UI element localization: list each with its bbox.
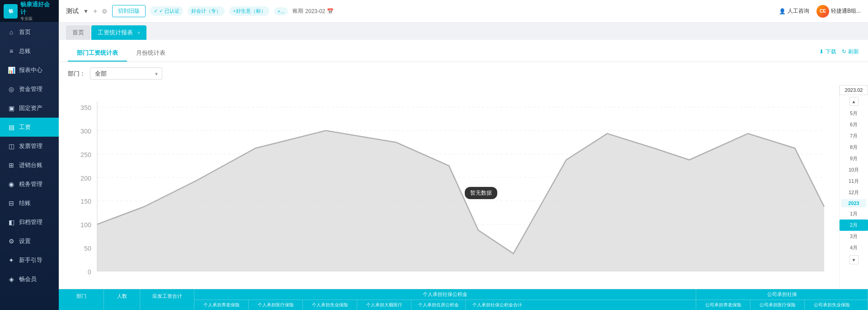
- member-icon: ◈: [7, 276, 15, 283]
- th-personal-housing: 个人承担住房公积金: [411, 300, 466, 310]
- sidebar-item-archive[interactable]: ◧ 归档管理: [0, 213, 59, 232]
- th-company-medical: 公司承担医疗保险: [750, 300, 805, 310]
- tab-salary[interactable]: 工资统计报表 ×: [91, 25, 146, 40]
- topbar-plus[interactable]: +: [93, 7, 97, 15]
- consult-icon: 👤: [779, 8, 786, 14]
- table-area: 部门 人数 应发工资合计 个人承担社保公积金 个人承担养老保险 个人承担医疗保险…: [59, 289, 868, 310]
- topbar-right: 👤 人工咨询 CE 轻捷通B组...: [779, 5, 861, 18]
- svg-text:100: 100: [80, 221, 91, 229]
- sidebar-item-home[interactable]: ⌂ 首页: [0, 23, 59, 42]
- report-icon: 📊: [7, 67, 15, 74]
- avatar: CE: [816, 5, 829, 18]
- date-month-3[interactable]: 3月: [840, 231, 868, 242]
- sidebar-item-salary[interactable]: ▤ 工资: [0, 118, 59, 137]
- chart-area: 0 50 100 150 200 250 300 350 暂无数据: [59, 85, 839, 289]
- date-nav-down-btn[interactable]: ▼: [849, 255, 859, 264]
- tab-salary-label: 工资统计报表: [98, 29, 133, 36]
- th-personal-unemployment: 个人承担失业保险: [303, 300, 357, 310]
- sub-tab-monthly[interactable]: 月份统计表: [127, 45, 175, 62]
- sidebar-item-settings-label: 设置: [19, 237, 31, 245]
- sidebar-item-home-label: 首页: [19, 28, 31, 36]
- consult-label: 人工咨询: [788, 7, 809, 15]
- consult-link[interactable]: 👤 人工咨询: [779, 7, 809, 15]
- th-company-unemployment: 公司承担失业保险: [805, 300, 859, 310]
- date-nav-up: ▲: [840, 95, 868, 108]
- sub-tab-monthly-label: 月份统计表: [136, 49, 165, 56]
- date-nav-up-btn[interactable]: ▲: [849, 97, 859, 106]
- project-dropdown[interactable]: ▼: [83, 8, 89, 14]
- main-content: 测试 ▼ + ⚙ 切到旧版 ✓ ✓ 已认证 好会计（专） +好生意（标） +..…: [59, 0, 868, 310]
- download-btn[interactable]: ⬇ 下载: [819, 48, 836, 56]
- th-total-salary: 应发工资合计: [140, 289, 194, 310]
- content-area: 部门工资统计表 月份统计表 ⬇ 下载 ↻ 刷新 部门： 全部: [59, 40, 868, 310]
- archive-icon: ◧: [7, 219, 15, 226]
- tab-home[interactable]: 首页: [66, 25, 90, 40]
- edition-label: 专业版: [20, 16, 55, 22]
- date-month-6[interactable]: 6月: [840, 119, 868, 130]
- sidebar-item-salary-label: 工资: [19, 123, 31, 131]
- sidebar-item-settle[interactable]: ⊟ 结账: [0, 194, 59, 213]
- svg-text:200: 200: [80, 175, 91, 182]
- tax-icon: ◉: [7, 181, 15, 188]
- sidebar-item-fund[interactable]: ◎ 资金管理: [0, 80, 59, 99]
- date-month-9[interactable]: 9月: [840, 153, 868, 164]
- ledger-icon: ≡: [7, 48, 15, 55]
- th-personal-medical: 个人承担医疗保险: [249, 300, 303, 310]
- sidebar-item-invoice[interactable]: ◫ 发票管理: [0, 137, 59, 156]
- filter-select-wrap: 全部 销售部 财务部 人事部 技术部: [90, 67, 162, 80]
- department-select[interactable]: 全部 销售部 财务部 人事部 技术部: [90, 67, 162, 80]
- right-panel: 2023.02 ▲ 5月 6月 7月 8月 9月 10月 11月 12月 202…: [839, 85, 868, 289]
- svg-text:150: 150: [80, 198, 91, 205]
- period-value: 2023-02: [305, 8, 325, 14]
- date-month-10[interactable]: 10月: [840, 164, 868, 176]
- date-month-7[interactable]: 7月: [840, 130, 868, 142]
- settings-icon: ⚙: [7, 238, 15, 245]
- sidebar-item-tax[interactable]: ◉ 税务管理: [0, 175, 59, 194]
- topbar-gear[interactable]: ⚙: [102, 8, 108, 15]
- logo-char: 畅: [9, 8, 13, 14]
- refresh-label: 刷新: [848, 48, 859, 56]
- th-personal-total: 个人承担社保公积金合计: [466, 300, 529, 310]
- sidebar-item-settle-label: 结账: [19, 199, 31, 207]
- topbar: 测试 ▼ + ⚙ 切到旧版 ✓ ✓ 已认证 好会计（专） +好生意（标） +..…: [59, 0, 868, 23]
- sub-tab-actions: ⬇ 下载 ↻ 刷新: [819, 48, 859, 59]
- sidebar-item-member[interactable]: ◈ 畅会员: [0, 270, 59, 289]
- filter-bar: 部门： 全部 销售部 财务部 人事部 技术部: [59, 62, 868, 85]
- date-month-5[interactable]: 5月: [840, 108, 868, 119]
- switch-old-btn[interactable]: 切到旧版: [112, 5, 146, 17]
- sidebar-item-report[interactable]: 📊 报表中心: [0, 61, 59, 80]
- date-month-4[interactable]: 4月: [840, 242, 868, 253]
- sidebar-item-purchase[interactable]: ⊞ 进销台账: [0, 156, 59, 175]
- sidebar-item-asset[interactable]: ▣ 固定资产: [0, 99, 59, 118]
- svg-text:250: 250: [80, 151, 91, 158]
- calendar-icon[interactable]: 📅: [327, 8, 334, 14]
- date-month-8[interactable]: 8月: [840, 142, 868, 153]
- certified-tag: ✓ ✓ 已认证: [150, 6, 183, 16]
- th-company-group-title: 公司承担社保: [696, 289, 868, 300]
- salary-chart: 0 50 100 150 200 250 300 350: [68, 90, 830, 289]
- date-month-2-active[interactable]: 2月: [840, 219, 868, 231]
- th-company-pension: 公司承担养老保险: [696, 300, 750, 310]
- th-personal-group-cols: 个人承担养老保险 个人承担医疗保险 个人承担失业保险 个人承担大额医疗 个人承担…: [194, 300, 696, 310]
- download-icon: ⬇: [819, 48, 824, 55]
- fund-icon: ◎: [7, 86, 15, 93]
- sub-tab-department[interactable]: 部门工资统计表: [68, 45, 127, 62]
- app-logo: 畅 畅康通好会计 专业版: [0, 0, 59, 23]
- sidebar-item-settings[interactable]: ⚙ 设置: [0, 232, 59, 251]
- sidebar-item-ledger[interactable]: ≡ 总账: [0, 42, 59, 61]
- tag3: +...: [274, 7, 288, 15]
- svg-marker-17: [97, 131, 824, 272]
- sidebar-item-guide[interactable]: ✦ 新手引导: [0, 251, 59, 270]
- certified-label: ✓ 已认证: [159, 8, 179, 14]
- date-current[interactable]: 2023.02: [840, 85, 868, 95]
- date-month-11[interactable]: 11月: [840, 176, 868, 187]
- date-month-1[interactable]: 1月: [840, 208, 868, 219]
- date-month-12[interactable]: 12月: [840, 187, 868, 198]
- sidebar-item-report-label: 报表中心: [19, 66, 42, 74]
- sidebar-item-asset-label: 固定资产: [19, 104, 42, 112]
- tab-salary-close[interactable]: ×: [137, 30, 140, 35]
- refresh-btn[interactable]: ↻ 刷新: [842, 48, 859, 56]
- settle-icon: ⊟: [7, 200, 15, 207]
- purchase-icon: ⊞: [7, 162, 15, 169]
- period-label: 账期: [292, 7, 303, 15]
